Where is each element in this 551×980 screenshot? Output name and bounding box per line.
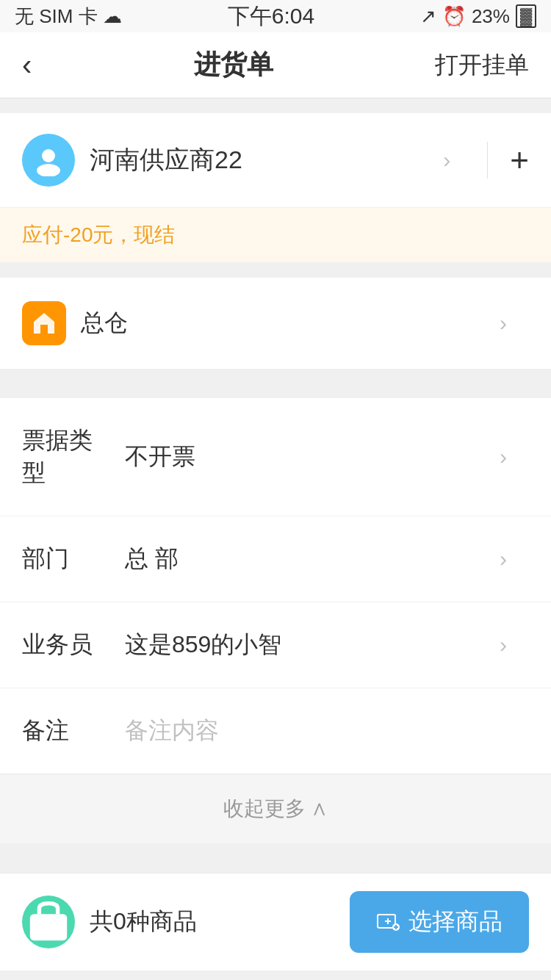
section-gap-2: [0, 262, 551, 277]
location-icon: ↗: [420, 5, 436, 28]
svg-rect-3: [30, 914, 67, 940]
warehouse-card: 总仓 ›: [0, 277, 551, 369]
invoice-type-label: 票据类型: [22, 425, 110, 489]
select-product-label: 选择商品: [408, 906, 503, 938]
invoice-type-row[interactable]: 票据类型 不开票 ›: [0, 398, 551, 516]
remark-row[interactable]: 备注 备注内容: [0, 688, 551, 774]
department-label: 部门: [22, 543, 110, 575]
status-bar: 无 SIM 卡 ☁ 下午6:04 ↗ ⏰ 23% ▓: [0, 0, 551, 32]
department-value: 总 部: [110, 543, 500, 575]
back-button[interactable]: ‹: [22, 48, 32, 82]
supplier-divider: [487, 142, 488, 179]
alarm-icon: ⏰: [442, 5, 466, 28]
section-gap-4: [0, 843, 551, 858]
section-gap-1: [0, 98, 551, 113]
department-row[interactable]: 部门 总 部 ›: [0, 516, 551, 602]
svg-point-1: [37, 164, 60, 176]
salesperson-arrow-icon: ›: [500, 633, 507, 657]
remark-label: 备注: [22, 715, 110, 747]
section-gap-3: [0, 369, 551, 383]
status-left: 无 SIM 卡 ☁: [15, 4, 122, 29]
nav-bar: ‹ 进货单 打开挂单: [0, 32, 551, 98]
page-filler: [0, 970, 551, 980]
select-product-button[interactable]: 选择商品: [350, 891, 529, 953]
salesperson-label: 业务员: [22, 629, 110, 661]
warehouse-icon: [22, 301, 66, 345]
battery-label: 23%: [472, 5, 510, 28]
svg-rect-2: [40, 325, 48, 334]
salesperson-row[interactable]: 业务员 这是859的小智 ›: [0, 602, 551, 688]
invoice-type-arrow-icon: ›: [500, 444, 507, 469]
invoice-type-value: 不开票: [110, 441, 500, 473]
sim-label: 无 SIM 卡 ☁: [15, 4, 122, 29]
department-arrow-icon: ›: [500, 547, 507, 572]
warehouse-row[interactable]: 总仓 ›: [0, 277, 551, 369]
warehouse-name: 总仓: [81, 307, 500, 339]
add-supplier-button[interactable]: +: [510, 142, 529, 179]
supplier-avatar: [22, 134, 75, 187]
status-time: 下午6:04: [228, 1, 314, 32]
form-section: 票据类型 不开票 › 部门 总 部 › 业务员 这是859的小智 › 备注 备注…: [0, 398, 551, 774]
status-right: ↗ ⏰ 23% ▓: [420, 4, 536, 28]
bottom-bar: 共0种商品 选择商品: [0, 873, 551, 970]
supplier-card: 河南供应商22 › + 应付-20元，现结: [0, 113, 551, 262]
salesperson-value: 这是859的小智: [110, 629, 500, 661]
battery-icon: ▓: [516, 4, 536, 28]
page-title: 进货单: [194, 47, 273, 83]
collapse-label: 收起更多 ∧: [223, 795, 328, 823]
product-count-label: 共0种商品: [90, 906, 350, 938]
svg-point-0: [42, 149, 55, 162]
select-product-icon: [376, 910, 400, 934]
open-pending-button[interactable]: 打开挂单: [435, 49, 529, 82]
notice-banner: 应付-20元，现结: [0, 208, 551, 262]
supplier-row[interactable]: 河南供应商22 › +: [0, 113, 551, 208]
product-icon: [22, 896, 75, 948]
supplier-arrow-icon: ›: [443, 148, 450, 173]
warehouse-arrow-icon: ›: [500, 311, 507, 336]
supplier-name: 河南供应商22: [90, 143, 443, 177]
remark-input[interactable]: 备注内容: [110, 715, 529, 747]
collapse-row[interactable]: 收起更多 ∧: [0, 774, 551, 843]
